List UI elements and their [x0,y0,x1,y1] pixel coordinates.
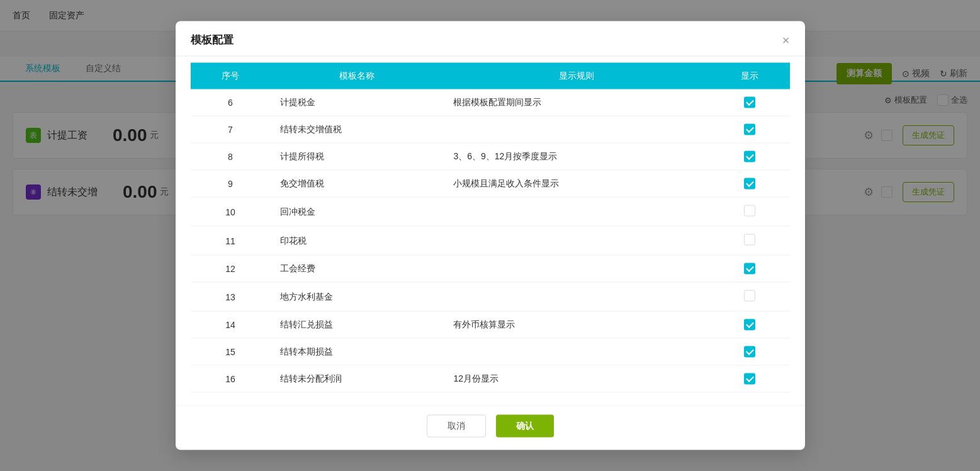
table-row: 16结转未分配利润12月份显示 [191,365,790,392]
cell-id: 8 [191,143,271,170]
cell-checkbox[interactable] [710,143,790,170]
col-header-id: 序号 [191,63,271,89]
checkbox-8[interactable] [744,151,755,162]
checkbox-7[interactable] [744,124,755,135]
cell-name: 免交增值税 [270,170,443,197]
col-header-name: 模板名称 [270,63,443,89]
cell-id: 15 [191,338,271,365]
cell-id: 16 [191,365,271,392]
table-row: 15结转本期损益 [191,338,790,365]
cell-checkbox[interactable] [710,116,790,143]
table-row: 10回冲税金 [191,197,790,226]
cell-rule [443,338,709,365]
cell-name: 结转本期损益 [270,338,443,365]
modal-close-button[interactable]: × [782,33,790,46]
cell-checkbox[interactable] [710,197,790,226]
cell-rule: 小规模且满足收入条件显示 [443,170,709,197]
cell-checkbox[interactable] [710,226,790,255]
cancel-button[interactable]: 取消 [427,415,486,438]
table-body: 6计提税金根据模板配置期间显示7结转未交增值税8计提所得税3、6、9、12月按季… [191,89,790,393]
cell-name: 地方水利基金 [270,282,443,311]
checkbox-10[interactable] [744,205,755,217]
col-header-rule: 显示规则 [443,63,709,89]
table-row: 12工会经费 [191,255,790,282]
modal-footer: 取消 确认 [176,406,805,450]
cell-id: 13 [191,282,271,311]
cell-rule: 12月份显示 [443,365,709,392]
modal-title: 模板配置 [191,33,234,47]
modal-body: 序号 模板名称 显示规则 显示 6计提税金根据模板配置期间显示7结转未交增值税8… [176,57,805,406]
cell-name: 计提所得税 [270,143,443,170]
table-header-row: 序号 模板名称 显示规则 显示 [191,63,790,89]
checkbox-14[interactable] [744,319,755,331]
cell-name: 结转未交增值税 [270,116,443,143]
cell-rule [443,282,709,311]
cell-checkbox[interactable] [710,365,790,392]
cell-checkbox[interactable] [710,89,790,116]
cell-id: 9 [191,170,271,197]
cell-rule: 3、6、9、12月按季度显示 [443,143,709,170]
cell-rule [443,116,709,143]
table-row: 8计提所得税3、6、9、12月按季度显示 [191,143,790,170]
checkbox-9[interactable] [744,178,755,190]
table-row: 9免交增值税小规模且满足收入条件显示 [191,170,790,197]
cell-id: 12 [191,255,271,282]
cell-id: 7 [191,116,271,143]
table-row: 7结转未交增值税 [191,116,790,143]
cell-rule [443,255,709,282]
checkbox-6[interactable] [744,97,755,108]
config-table: 序号 模板名称 显示规则 显示 6计提税金根据模板配置期间显示7结转未交增值税8… [191,63,790,393]
checkbox-16[interactable] [744,373,755,385]
cell-rule: 有外币核算显示 [443,311,709,338]
cell-id: 10 [191,197,271,226]
table-row: 14结转汇兑损益有外币核算显示 [191,311,790,338]
cell-rule [443,226,709,255]
cell-name: 结转汇兑损益 [270,311,443,338]
table-row: 13地方水利基金 [191,282,790,311]
cell-checkbox[interactable] [710,338,790,365]
cell-checkbox[interactable] [710,170,790,197]
cell-name: 计提税金 [270,89,443,116]
cell-id: 11 [191,226,271,255]
cell-name: 结转未分配利润 [270,365,443,392]
modal-header: 模板配置 × [176,21,805,57]
template-config-modal: 模板配置 × 序号 模板名称 显示规则 显示 6计提税金根据模板配置期间显示7结… [176,21,805,450]
cell-id: 6 [191,89,271,116]
col-header-show: 显示 [710,63,790,89]
table-row: 6计提税金根据模板配置期间显示 [191,89,790,116]
checkbox-15[interactable] [744,346,755,358]
confirm-button[interactable]: 确认 [496,415,554,438]
cell-checkbox[interactable] [710,311,790,338]
checkbox-11[interactable] [744,234,755,246]
cell-name: 回冲税金 [270,197,443,226]
checkbox-13[interactable] [744,290,755,302]
cell-name: 印花税 [270,226,443,255]
checkbox-12[interactable] [744,263,755,275]
cell-rule: 根据模板配置期间显示 [443,89,709,116]
cell-id: 14 [191,311,271,338]
cell-rule [443,197,709,226]
table-row: 11印花税 [191,226,790,255]
cell-name: 工会经费 [270,255,443,282]
cell-checkbox[interactable] [710,255,790,282]
cell-checkbox[interactable] [710,282,790,311]
